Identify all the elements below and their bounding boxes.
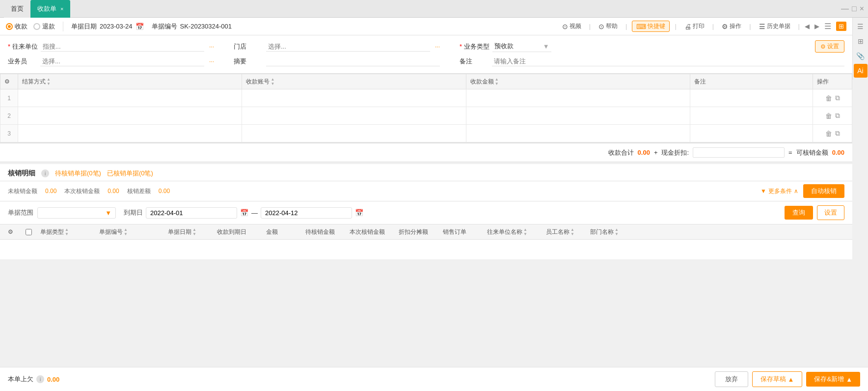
gear-col-icon: ⚙ [4,78,10,85]
cal-to-icon[interactable]: 📅 [355,209,363,217]
date-range-group: 单据范围 ▼ [8,207,116,219]
cell-settlement-3[interactable] [18,125,242,142]
calendar-icon[interactable]: 📅 [136,23,144,30]
settings-button[interactable]: ⚙ 设置 [815,40,844,53]
date-range-dropdown[interactable]: ▼ [37,207,116,219]
sort-arrows-bt2: ▲▼ [124,227,128,236]
copy-icon-3[interactable]: ⧉ [835,129,840,138]
staff-input[interactable] [40,56,204,66]
staff-group: 业务员 ··· [8,56,214,66]
delete-icon-1[interactable]: 🗑 [825,94,832,102]
print-btn[interactable]: 🖨 打印 [681,21,707,31]
biz-type-dropdown[interactable]: 预收款 ▼ [492,41,551,52]
biz-type-group: 业务类型 预收款 ▼ [460,41,811,52]
cell-settlement-1[interactable] [18,89,242,107]
cell-remarks-2[interactable] [690,107,813,125]
minimize-icon[interactable]: — [841,4,849,13]
copy-icon-2[interactable]: ⧉ [835,112,840,120]
list-view-icon[interactable]: ☰ [824,22,831,31]
cell-account-1[interactable] [242,89,466,107]
right-sidebar: ☰ ⊞ 📎 Ai [852,18,868,80]
card-view-icon[interactable]: ⊞ [836,22,846,31]
cell-account-2[interactable] [242,107,466,125]
cell-amount-3[interactable] [466,125,690,142]
bth-discount: 折扣分摊额 [395,228,439,236]
cell-amount-2[interactable] [466,107,690,125]
save-new-arrow: ▲ [846,376,852,383]
copy-icon-1[interactable]: ⧉ [835,94,840,102]
summary-label: 摘要 [234,57,263,66]
pending-tab[interactable]: 待核销单据(0笔) [55,169,101,178]
auto-verify-button[interactable]: 自动核销 [803,184,844,198]
remarks-input[interactable] [492,56,844,66]
sort-arrows-bt5: ▲▼ [570,227,574,236]
tab-home[interactable]: 首页 [4,0,30,18]
cell-remarks-3[interactable] [690,125,813,142]
bth-checkbox[interactable] [22,229,36,235]
row-num-2: 2 [0,107,18,125]
nav-next-icon[interactable]: ▶ [814,23,819,30]
bth-current: 本次核销金额 [346,228,395,236]
th-settlement: 结算方式 ▲▼ [18,74,242,89]
save-draft-button[interactable]: 保存草稿 ▲ [752,371,803,387]
discount-input[interactable] [693,147,785,158]
store-input[interactable] [266,42,430,52]
select-all-checkbox[interactable] [26,229,32,235]
table-gear-header[interactable]: ⚙ [0,74,18,89]
window-close-icon[interactable]: × [860,4,864,13]
cell-amount-1[interactable] [466,89,690,107]
partner-input[interactable] [41,42,204,52]
summary-group: 摘要 [234,56,440,66]
more-conditions-label: 更多条件 [768,187,792,196]
sidebar-attach-icon[interactable]: 📎 [854,49,868,63]
sidebar-table-icon[interactable]: ☰ [854,20,868,33]
per-page-label: 本单上欠 [8,375,33,384]
due-date-label: 到期日 [124,208,143,217]
store-more-icon[interactable]: ··· [435,43,440,50]
footer-info-icon[interactable]: i [36,375,44,383]
number-label: 单据编号 [152,22,177,31]
delete-icon-2[interactable]: 🗑 [825,112,832,120]
settings-query-button[interactable]: 设置 [817,205,844,220]
sidebar-grid-icon[interactable]: ⊞ [854,34,868,48]
due-date-from[interactable] [146,207,237,219]
save-draft-arrow: ▲ [788,376,794,383]
bottom-table-header: ⚙ 单据类型▲▼ 单据编号▲▼ 单据日期▲▼ 收款到期日 金额 待核销金额 本次… [0,224,852,240]
staff-more-icon[interactable]: ··· [209,58,214,65]
cell-account-3[interactable] [242,125,466,142]
query-button[interactable]: 查询 [785,206,813,220]
table-row: 3 🗑 ⧉ [0,125,852,142]
more-conditions-btn[interactable]: ▼ 更多条件 ∧ [760,187,798,196]
delete-icon-3[interactable]: 🗑 [825,130,832,138]
shortcut-btn[interactable]: ⌨ 快捷键 [632,21,670,32]
done-tab[interactable]: 已核销单据(0笔) [107,169,153,178]
help-btn[interactable]: ⊙ 帮助 [596,21,621,31]
bth-gear[interactable]: ⚙ [4,228,22,235]
discard-button[interactable]: 放弃 [715,371,748,387]
operation-btn[interactable]: ⚙ 操作 [719,21,744,31]
store-label: 门店 [234,42,263,51]
maximize-icon[interactable]: □ [852,4,857,13]
nav-prev-icon[interactable]: ◀ [805,23,810,30]
video-btn[interactable]: ⊙ 视频 [559,21,584,31]
verification-info-icon[interactable]: i [41,169,49,177]
due-date-to[interactable] [261,207,352,219]
history-btn[interactable]: ☰ 历史单据 [756,21,793,31]
cell-remarks-1[interactable] [690,89,813,107]
refund-radio[interactable]: 退款 [33,22,55,31]
sidebar-chat-icon[interactable]: Ai [854,64,868,78]
operation-label: 操作 [730,22,741,30]
form-row-1: 往来单位 ··· 门店 ··· 业务类型 预收款 ▼ ⚙ 设置 [8,40,844,53]
th-actions: 操作 [813,74,852,89]
gear-icon-bt: ⚙ [8,228,13,235]
receipt-radio[interactable]: 收款 [6,22,27,31]
per-page-value: 0.00 [47,376,59,383]
save-new-button[interactable]: 保存&新增 ▲ [806,372,860,387]
cal-from-icon[interactable]: 📅 [240,209,248,217]
cell-settlement-2[interactable] [18,107,242,125]
partner-more-icon[interactable]: ··· [209,43,214,50]
summary-input[interactable] [266,56,440,66]
tab-close-icon[interactable]: × [60,6,63,12]
tab-receipt[interactable]: 收款单 × [30,0,70,18]
bth-staff: 员工名称▲▼ [542,227,586,236]
